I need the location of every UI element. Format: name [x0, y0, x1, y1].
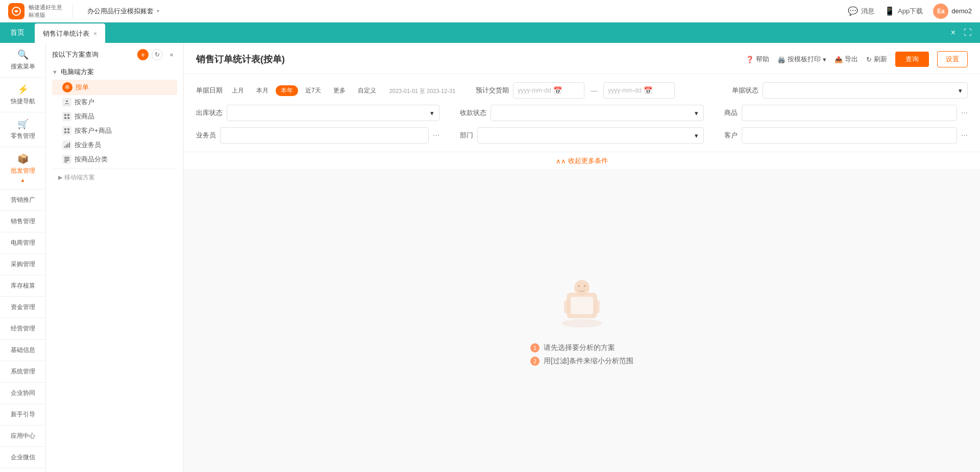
tree-child-customer[interactable]: 按客户: [52, 95, 177, 109]
svg-rect-3: [67, 114, 69, 116]
sidebar-item-basic[interactable]: 基础信息: [0, 340, 45, 361]
date-end-placeholder: yyyy-mm-dd: [608, 87, 641, 94]
app-download-label: App下载: [898, 7, 923, 16]
export-icon: 📤: [835, 56, 843, 63]
message-action[interactable]: 💬 消息: [848, 6, 874, 16]
tree-sub-mobile[interactable]: ▶ 移动端方案: [52, 171, 177, 184]
sidebar-item-marketing[interactable]: 营销推广: [0, 190, 45, 211]
tree-parent-label: 电脑端方案: [61, 67, 94, 77]
tree-child-order-label: 按单: [76, 83, 89, 92]
tab-sales-order[interactable]: 销售订单统计表 ×: [35, 23, 105, 44]
date-tag-custom[interactable]: 自定义: [353, 85, 381, 96]
tab-bar-actions: × ⛶: [949, 26, 980, 39]
doc-status-label: 单据状态: [732, 86, 758, 95]
single-date-label: 单据日期: [196, 86, 223, 95]
refresh-label: 刷新: [874, 55, 887, 64]
date-start-placeholder: yyyy-mm-dd: [518, 87, 551, 94]
avatar: Ea: [933, 4, 948, 19]
category-scheme-icon: [62, 155, 71, 164]
empty-illustration: [551, 272, 612, 335]
page-header: 销售订单统计表(按单) ❓ 帮助 🖨️ 按模板打印 ▾ 📤 导出: [184, 43, 980, 74]
delivery-date-start[interactable]: yyyy-mm-dd 📅: [513, 82, 584, 99]
date-range-display: 2023-01-01 至 2023-12-31: [389, 87, 456, 95]
mobile-section-label: 移动端方案: [64, 173, 95, 182]
sidebar-item-inventory[interactable]: 库存核算: [0, 275, 45, 297]
empty-hint-2: 2 用[过滤]条件来缩小分析范围: [530, 357, 633, 366]
tree-child-category[interactable]: 按商品分类: [52, 152, 177, 167]
tree-child-order[interactable]: 单 按单: [52, 80, 177, 95]
date-tag-more[interactable]: 更多: [328, 85, 351, 96]
customer-goods-scheme-icon: [62, 126, 71, 135]
svg-rect-25: [594, 300, 600, 313]
department-select[interactable]: ▾: [477, 127, 703, 144]
delivery-date-end[interactable]: yyyy-mm-dd 📅: [603, 82, 675, 99]
filter-area: 单据日期 上月 本月 本年 近7天 更多 自定义 2023-01-01 至 20…: [184, 74, 980, 152]
customer-more-icon[interactable]: ···: [961, 131, 968, 140]
collapse-up-icon: ∧∧: [556, 157, 566, 165]
sidebar-item-sales[interactable]: 销售管理: [0, 211, 45, 232]
sidebar-item-finance[interactable]: 资金管理: [0, 297, 45, 318]
sidebar-item-ecommerce[interactable]: 电商管理: [0, 232, 45, 254]
window-close-btn[interactable]: ×: [949, 26, 958, 39]
sidebar-item-corp[interactable]: 企业协同: [0, 383, 45, 404]
app-download-action[interactable]: 📱 App下载: [885, 6, 923, 16]
date-tag-this-year[interactable]: 本年: [276, 85, 298, 96]
tree-child-goods[interactable]: 按商品: [52, 109, 177, 124]
refresh-icon: ↻: [866, 56, 872, 63]
date-tag-7days[interactable]: 近7天: [300, 85, 326, 96]
sidebar-item-guide[interactable]: 新手引导: [0, 404, 45, 426]
search-btn[interactable]: 查询: [895, 52, 929, 67]
hint-num-1: 1: [530, 343, 540, 352]
tab-home[interactable]: 首页: [0, 22, 35, 43]
panel-add-btn[interactable]: +: [137, 49, 149, 60]
sidebar-item-system[interactable]: 系统管理: [0, 361, 45, 383]
department-label: 部门: [460, 131, 473, 140]
sidebar-item-operations[interactable]: 经营管理: [0, 318, 45, 340]
doc-status-select[interactable]: ▾: [763, 82, 968, 99]
tree-parent-pc[interactable]: ▼ 电脑端方案: [52, 64, 177, 80]
sidebar-item-appstore[interactable]: 应用中心: [0, 426, 45, 447]
goods-more-icon[interactable]: ···: [961, 108, 968, 117]
salesperson-more-icon[interactable]: ···: [433, 131, 439, 140]
tree-child-customer-goods-label: 按客户+商品: [75, 126, 112, 135]
empty-hint-1: 1 请先选择要分析的方案: [530, 343, 633, 352]
sidebar-item-quick-nav[interactable]: ⚡ 快捷导航: [0, 78, 45, 112]
sidebar: 🔍 搜索菜单 ⚡ 快捷导航 🛒 零售管理 📦 批发管理 ▲ 营销推广 销售管理 …: [0, 43, 46, 472]
svg-point-1: [66, 100, 68, 102]
payment-status-select[interactable]: ▾: [491, 105, 703, 121]
sidebar-item-member[interactable]: 畅会员: [0, 468, 45, 472]
right-panel: 销售订单统计表(按单) ❓ 帮助 🖨️ 按模板打印 ▾ 📤 导出: [184, 43, 980, 472]
user-area[interactable]: Ea demo2: [933, 4, 972, 19]
refresh-btn[interactable]: ↻ 刷新: [866, 55, 887, 64]
sidebar-item-purchase[interactable]: 采购管理: [0, 254, 45, 275]
hint-num-2: 2: [530, 357, 540, 366]
panel-collapse-btn[interactable]: «: [166, 49, 177, 60]
svg-rect-12: [67, 144, 68, 148]
svg-rect-11: [66, 145, 67, 148]
sidebar-item-wechat[interactable]: 企业微信: [0, 447, 45, 468]
panel-refresh-btn[interactable]: ↻: [152, 49, 163, 60]
workspace-selector[interactable]: 办公用品行业模拟账套 ▾: [83, 5, 163, 18]
top-bar-right: 💬 消息 📱 App下载 Ea demo2: [848, 4, 972, 19]
sidebar-item-retail[interactable]: 🛒 零售管理: [0, 112, 45, 147]
collapse-bar[interactable]: ∧∧ 收起更多条件: [184, 152, 980, 170]
tab-close-icon[interactable]: ×: [93, 30, 97, 37]
payment-status-label: 收款状态: [460, 108, 486, 117]
tree-child-salesperson[interactable]: 按业务员: [52, 138, 177, 152]
window-expand-btn[interactable]: ⛶: [962, 26, 974, 39]
date-tag-this-month[interactable]: 本月: [251, 85, 274, 96]
sidebar-item-wholesale[interactable]: 📦 批发管理 ▲: [0, 147, 45, 190]
print-btn[interactable]: 🖨️ 按模板打印 ▾: [777, 55, 826, 64]
settings-btn[interactable]: 设置: [937, 51, 968, 67]
svg-rect-8: [64, 131, 66, 133]
collapse-label: 收起更多条件: [568, 156, 608, 166]
workspace-chevron-icon: ▾: [157, 8, 159, 14]
export-btn[interactable]: 📤 导出: [835, 55, 858, 64]
sidebar-item-search[interactable]: 🔍 搜索菜单: [0, 43, 45, 78]
date-tag-last-month[interactable]: 上月: [227, 85, 249, 96]
tree-child-customer-goods[interactable]: 按客户+商品: [52, 124, 177, 138]
shipping-status-select[interactable]: ▾: [227, 105, 439, 121]
svg-point-23: [584, 285, 586, 287]
help-btn[interactable]: ❓ 帮助: [746, 55, 769, 64]
svg-rect-15: [64, 158, 69, 159]
